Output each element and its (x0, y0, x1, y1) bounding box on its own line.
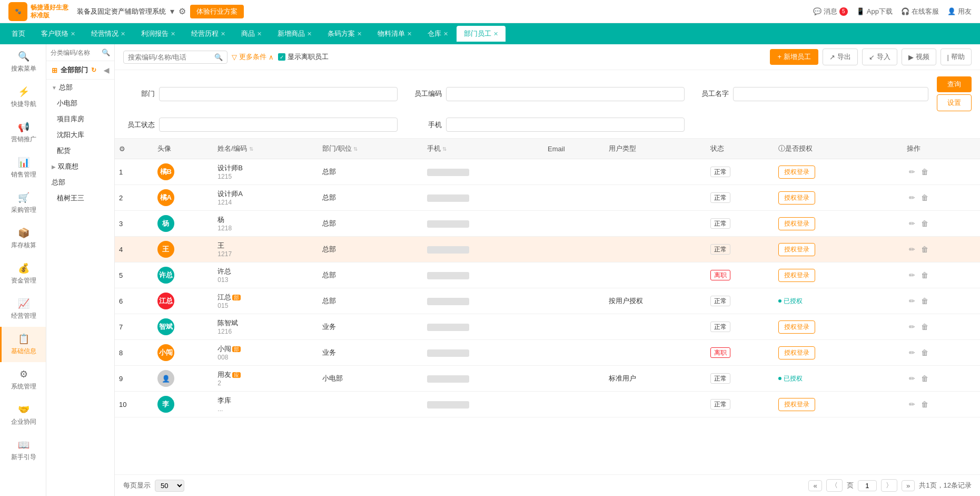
auth-login-button[interactable]: 授权登录 (778, 191, 815, 205)
close-icon[interactable]: ✕ (493, 31, 498, 37)
sidebar-item-search[interactable]: 🔍 搜索菜单 (0, 44, 46, 80)
dept-item-peihuo[interactable]: 配货 (46, 143, 114, 159)
edit-button[interactable]: ✏ (907, 347, 917, 358)
more-filters-btn[interactable]: ▽ 更多条件 ∧ (232, 52, 274, 62)
dept-group-shuangluxiang[interactable]: ▶ 双鹿想 (46, 159, 114, 174)
auth-login-button[interactable]: 授权登录 (778, 243, 815, 256)
empcode-input[interactable] (446, 87, 685, 101)
auth-login-button[interactable]: 授权登录 (778, 320, 815, 334)
sidebar-item-management[interactable]: 📈 经营管理 (0, 291, 46, 327)
next-page-btn[interactable]: 〉 (881, 479, 897, 492)
collapse-icon[interactable]: ◀ (104, 66, 109, 74)
app-download-link[interactable]: 📱 App下载 (856, 7, 893, 16)
search-icon[interactable]: 🔍 (214, 53, 223, 61)
prev-page-btn[interactable]: 〈 (826, 479, 843, 492)
delete-button[interactable]: 🗑 (919, 218, 930, 229)
auth-login-button[interactable]: 授权登录 (778, 217, 815, 230)
delete-button[interactable]: 🗑 (919, 192, 930, 203)
close-icon[interactable]: ✕ (257, 31, 262, 37)
gear-icon[interactable]: ⚙ (179, 6, 186, 16)
online-service-link[interactable]: 🎧 在线客服 (901, 7, 939, 16)
close-icon[interactable]: ✕ (71, 31, 75, 37)
sidebar-item-inventory[interactable]: 📦 库存核算 (0, 221, 46, 256)
tab-history[interactable]: 经营历程✕ (184, 26, 233, 42)
set-button[interactable]: 设置 (937, 94, 972, 111)
delete-button[interactable]: 🗑 (919, 347, 930, 358)
edit-button[interactable]: ✏ (907, 270, 917, 280)
delete-button[interactable]: 🗑 (919, 373, 930, 384)
sidebar-item-system[interactable]: ⚙ 系统管理 (0, 362, 46, 397)
dept-search-icon[interactable]: 🔍 (102, 48, 110, 56)
view-button[interactable]: ▶ 视频 (902, 48, 936, 65)
help-button[interactable]: | 帮助 (941, 48, 972, 65)
delete-button[interactable]: 🗑 (919, 167, 930, 177)
close-icon[interactable]: ✕ (443, 31, 448, 37)
delete-button[interactable]: 🗑 (919, 270, 930, 280)
col-name[interactable]: 姓名/编码 ⇅ (213, 139, 318, 159)
auth-login-button[interactable]: 授权登录 (778, 269, 815, 282)
user-avatar[interactable]: 👤 用友 (947, 7, 972, 16)
delete-button[interactable]: 🗑 (919, 244, 930, 255)
tab-bom[interactable]: 物料清单✕ (370, 26, 419, 42)
sidebar-item-guide[interactable]: 📖 新手引导 (0, 433, 46, 468)
sidebar-item-shortcut[interactable]: ⚡ 快捷导航 (0, 80, 46, 115)
sidebar-item-sales[interactable]: 📊 销售管理 (0, 150, 46, 186)
dept-item-zhishuwang[interactable]: 植树王三 (46, 190, 114, 206)
dropdown-arrow-icon[interactable]: ▾ (170, 6, 174, 16)
sidebar-item-collab[interactable]: 🤝 企业协同 (0, 397, 46, 433)
close-icon[interactable]: ✕ (171, 31, 175, 37)
col-settings[interactable]: ⚙ (115, 139, 153, 159)
auth-login-button[interactable]: 授权登录 (778, 398, 815, 411)
first-page-btn[interactable]: « (808, 480, 821, 491)
import-button[interactable]: ↙ 导入 (862, 48, 897, 65)
edit-button[interactable]: ✏ (907, 192, 917, 203)
delete-button[interactable]: 🗑 (919, 399, 930, 410)
dept-item-shenyang[interactable]: 沈阳大库 (46, 127, 114, 143)
sidebar-item-purchase[interactable]: 🛒 采购管理 (0, 186, 46, 221)
edit-button[interactable]: ✏ (907, 167, 917, 177)
edit-button[interactable]: ✏ (907, 296, 917, 306)
search-input[interactable] (128, 53, 212, 61)
empstatus-select[interactable] (159, 118, 398, 132)
sidebar-item-basic[interactable]: 📋 基础信息 (0, 327, 46, 362)
message-link[interactable]: 💬 消息 5 (813, 7, 848, 16)
query-button[interactable]: 查询 (937, 76, 972, 92)
tab-warehouse[interactable]: 仓库✕ (420, 26, 456, 42)
col-dept[interactable]: 部门/职位 ⇅ (318, 139, 423, 159)
empname-input[interactable] (733, 87, 928, 101)
phone-input[interactable] (446, 118, 685, 132)
dept-item-project[interactable]: 项目库房 (46, 111, 114, 127)
tab-customer[interactable]: 客户联络✕ (34, 26, 83, 42)
tab-operation[interactable]: 经营情况✕ (84, 26, 133, 42)
edit-button[interactable]: ✏ (907, 322, 917, 332)
close-icon[interactable]: ✕ (221, 31, 225, 37)
tab-home[interactable]: 首页 (4, 26, 33, 42)
tab-goods[interactable]: 商品✕ (234, 26, 269, 42)
last-page-btn[interactable]: » (902, 480, 915, 491)
edit-button[interactable]: ✏ (907, 218, 917, 229)
auth-login-button[interactable]: 授权登录 (778, 346, 815, 359)
sidebar-item-finance[interactable]: 💰 资金管理 (0, 256, 46, 291)
close-icon[interactable]: ✕ (357, 31, 362, 37)
experience-button[interactable]: 体验行业方案 (190, 5, 244, 18)
edit-button[interactable]: ✏ (907, 373, 917, 384)
col-phone[interactable]: 手机 ⇅ (423, 139, 543, 159)
delete-button[interactable]: 🗑 (919, 296, 930, 306)
sidebar-item-marketing[interactable]: 📢 营销推广 (0, 115, 46, 150)
close-icon[interactable]: ✕ (307, 31, 312, 37)
dept-select[interactable] (159, 87, 398, 101)
auth-login-button[interactable]: 授权登录 (778, 166, 815, 179)
tab-barcode[interactable]: 条码方案✕ (320, 26, 369, 42)
dept-group-zonbu2[interactable]: 总部 (46, 174, 114, 190)
edit-button[interactable]: ✏ (907, 244, 917, 255)
dept-group-zonbu[interactable]: ▼ 总部 (46, 80, 114, 95)
page-number-input[interactable] (858, 480, 877, 491)
dept-item-xiaodian[interactable]: 小电部 (46, 95, 114, 111)
close-icon[interactable]: ✕ (121, 31, 125, 37)
show-resigned-toggle[interactable]: ✓ 显示离职员工 (278, 52, 329, 62)
edit-button[interactable]: ✏ (907, 399, 917, 410)
close-icon[interactable]: ✕ (407, 31, 412, 37)
tab-employees[interactable]: 部门员工✕ (457, 26, 506, 42)
tab-new-goods[interactable]: 新增商品✕ (270, 26, 319, 42)
all-dept-item[interactable]: ⊞ 全部部门 ↻ ◀ (46, 61, 114, 80)
